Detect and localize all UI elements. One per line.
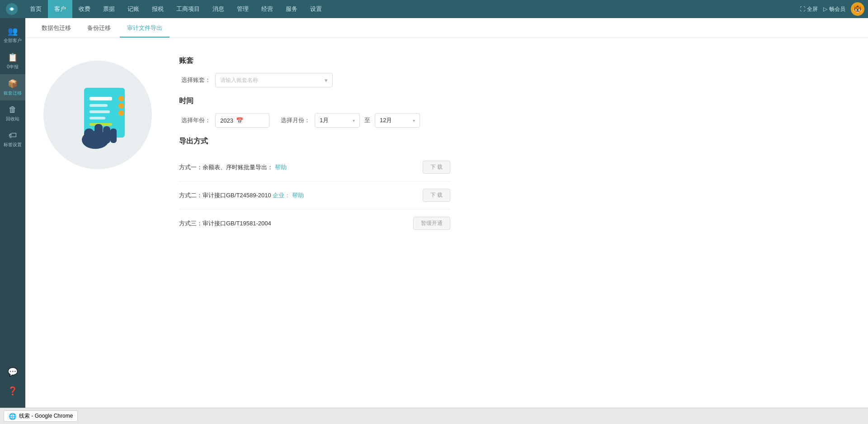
nav-invoice[interactable]: 票据 bbox=[97, 0, 121, 18]
taskbar: 🌐 线索 - Google Chrome bbox=[0, 408, 868, 424]
sidebar: 👥 全部客户 📋 0申报 📦 账套迁移 🗑 回收站 🏷 标签设置 💬 ❓ bbox=[0, 18, 25, 408]
svg-point-7 bbox=[118, 96, 124, 101]
taskbar-chrome-label: 线索 - Google Chrome bbox=[19, 412, 73, 420]
sidebar-item-recycle[interactable]: 🗑 回收站 bbox=[0, 100, 25, 126]
migration-icon: 📦 bbox=[8, 79, 18, 89]
nav-home[interactable]: 首页 bbox=[24, 0, 48, 18]
declaration-icon: 📋 bbox=[8, 52, 18, 62]
account-section-title: 账套 bbox=[179, 56, 450, 66]
year-value: 2023 bbox=[220, 117, 233, 124]
nav-fee[interactable]: 收费 bbox=[72, 0, 97, 18]
method-2-company: 企业： bbox=[273, 192, 290, 199]
sidebar-item-help[interactable]: ❓ bbox=[0, 381, 25, 400]
svg-rect-6 bbox=[90, 117, 105, 119]
tab-audit-export[interactable]: 审计文件导出 bbox=[120, 19, 170, 38]
tag-icon: 🏷 bbox=[9, 131, 17, 140]
member-icon: ▷ bbox=[823, 6, 827, 12]
year-input[interactable]: 2023 📅 bbox=[215, 113, 269, 128]
month-label: 选择月份： bbox=[278, 116, 310, 124]
method-2-download-btn[interactable]: 下 载 bbox=[423, 189, 450, 202]
nav-manage[interactable]: 管理 bbox=[231, 0, 255, 18]
time-row: 选择年份： 2023 📅 选择月份： 1月 ▾ 至 12月 ▾ bbox=[179, 113, 450, 128]
sidebar-bottom: 💬 ❓ bbox=[0, 362, 25, 408]
taskbar-chrome[interactable]: 🌐 线索 - Google Chrome bbox=[4, 410, 78, 422]
account-label: 选择账套： bbox=[179, 76, 211, 84]
export-section: 方式一：余额表、序时账批量导出： 帮助 下 载 方式二：审计接口GB/T2458… bbox=[179, 153, 450, 237]
account-dropdown-icon: ▾ bbox=[325, 77, 328, 84]
nav-service[interactable]: 服务 bbox=[279, 0, 304, 18]
sidebar-label-account-migration: 账套迁移 bbox=[4, 91, 22, 96]
nav-biz-project[interactable]: 工商项目 bbox=[170, 0, 206, 18]
account-input[interactable]: 请输入账套名称 ▾ bbox=[215, 73, 333, 87]
help-icon: ❓ bbox=[8, 386, 18, 396]
fullscreen-btn[interactable]: ⛶ 全屏 bbox=[800, 5, 818, 13]
nav-message[interactable]: 消息 bbox=[206, 0, 231, 18]
sidebar-label-zero-declaration: 0申报 bbox=[7, 64, 19, 70]
nav-items: 首页 客户 收费 票据 记账 报税 工商项目 消息 管理 经营 服务 设置 bbox=[24, 0, 800, 18]
sidebar-label-recycle: 回收站 bbox=[6, 116, 19, 122]
account-placeholder: 请输入账套名称 bbox=[220, 76, 258, 84]
member-btn[interactable]: ▷ 畅会员 bbox=[823, 5, 845, 13]
svg-point-1 bbox=[10, 8, 13, 10]
svg-rect-14 bbox=[103, 126, 110, 143]
month-end-arrow: ▾ bbox=[413, 118, 415, 123]
avatar[interactable]: 🐯 bbox=[851, 2, 864, 16]
nav-tax[interactable]: 报税 bbox=[146, 0, 170, 18]
tab-backup-migration[interactable]: 备份迁移 bbox=[80, 19, 118, 38]
chrome-icon: 🌐 bbox=[9, 413, 16, 420]
export-section-title: 导出方式 bbox=[179, 137, 450, 146]
svg-rect-15 bbox=[110, 129, 117, 143]
main-layout: 👥 全部客户 📋 0申报 📦 账套迁移 🗑 回收站 🏷 标签设置 💬 ❓ bbox=[0, 18, 868, 408]
method-3-text: 方式三：审计接口GB/T19581-2004 bbox=[179, 219, 271, 228]
calendar-icon: 📅 bbox=[236, 117, 243, 124]
nav-customer[interactable]: 客户 bbox=[48, 0, 72, 18]
sidebar-item-tag-settings[interactable]: 🏷 标签设置 bbox=[0, 126, 25, 152]
nav-settings[interactable]: 设置 bbox=[304, 0, 328, 18]
svg-rect-5 bbox=[90, 110, 110, 113]
nav-operation[interactable]: 经营 bbox=[255, 0, 279, 18]
method-2-help-link[interactable]: 帮助 bbox=[292, 192, 304, 199]
svg-rect-4 bbox=[90, 104, 108, 107]
account-row: 选择账套： 请输入账套名称 ▾ bbox=[179, 73, 450, 87]
page-content: 账套 选择账套： 请输入账套名称 ▾ 时间 选择年份： 2023 📅 bbox=[25, 38, 868, 408]
export-method-1: 方式一：余额表、序时账批量导出： 帮助 下 载 bbox=[179, 153, 450, 181]
month-end-select[interactable]: 12月 ▾ bbox=[375, 113, 420, 128]
top-nav-right: ⛶ 全屏 ▷ 畅会员 🐯 bbox=[800, 2, 864, 16]
top-navigation: 首页 客户 收费 票据 记账 报税 工商项目 消息 管理 经营 服务 设置 ⛶ … bbox=[0, 0, 868, 18]
svg-point-9 bbox=[118, 110, 124, 116]
time-section-title: 时间 bbox=[179, 96, 450, 106]
illustration-container bbox=[43, 52, 152, 169]
export-method-2: 方式二：审计接口GB/T24589-2010 企业： 帮助 下 载 bbox=[179, 181, 450, 210]
year-label: 选择年份： bbox=[179, 116, 211, 124]
tab-bar: 数据包迁移 备份迁移 审计文件导出 bbox=[25, 18, 868, 38]
sidebar-label-all-customers: 全部客户 bbox=[4, 38, 22, 43]
tab-data-migration[interactable]: 数据包迁移 bbox=[34, 19, 78, 38]
sidebar-item-chat[interactable]: 💬 bbox=[0, 362, 25, 381]
sidebar-item-zero-declaration[interactable]: 📋 0申报 bbox=[0, 48, 25, 74]
month-start-value: 1月 bbox=[320, 116, 329, 124]
form-area: 账套 选择账套： 请输入账套名称 ▾ 时间 选择年份： 2023 📅 bbox=[179, 52, 450, 237]
sidebar-item-account-migration[interactable]: 📦 账套迁移 bbox=[0, 74, 25, 100]
export-method-3: 方式三：审计接口GB/T19581-2004 暂缓开通 bbox=[179, 210, 450, 237]
chat-icon: 💬 bbox=[8, 367, 18, 377]
nav-bookkeeping[interactable]: 记账 bbox=[121, 0, 146, 18]
method-3-open-btn[interactable]: 暂缓开通 bbox=[413, 217, 450, 230]
svg-rect-13 bbox=[94, 124, 103, 144]
method-1-download-btn[interactable]: 下 载 bbox=[423, 161, 450, 174]
sidebar-item-all-customers[interactable]: 👥 全部客户 bbox=[0, 22, 25, 48]
sidebar-label-tag-settings: 标签设置 bbox=[4, 142, 22, 148]
content-area: 数据包迁移 备份迁移 审计文件导出 bbox=[25, 18, 868, 408]
app-logo bbox=[4, 1, 20, 17]
separator: 至 bbox=[364, 116, 370, 124]
recycle-icon: 🗑 bbox=[9, 105, 17, 114]
svg-rect-12 bbox=[84, 129, 94, 147]
svg-rect-3 bbox=[90, 97, 112, 100]
illustration bbox=[43, 61, 152, 169]
customers-icon: 👥 bbox=[8, 26, 18, 36]
month-end-value: 12月 bbox=[380, 116, 392, 124]
month-start-arrow: ▾ bbox=[353, 118, 355, 123]
fullscreen-icon: ⛶ bbox=[800, 6, 805, 12]
method-2-text: 方式二：审计接口GB/T24589-2010 企业： 帮助 bbox=[179, 191, 304, 200]
method-1-help-link[interactable]: 帮助 bbox=[275, 164, 287, 171]
month-start-select[interactable]: 1月 ▾ bbox=[315, 113, 360, 128]
